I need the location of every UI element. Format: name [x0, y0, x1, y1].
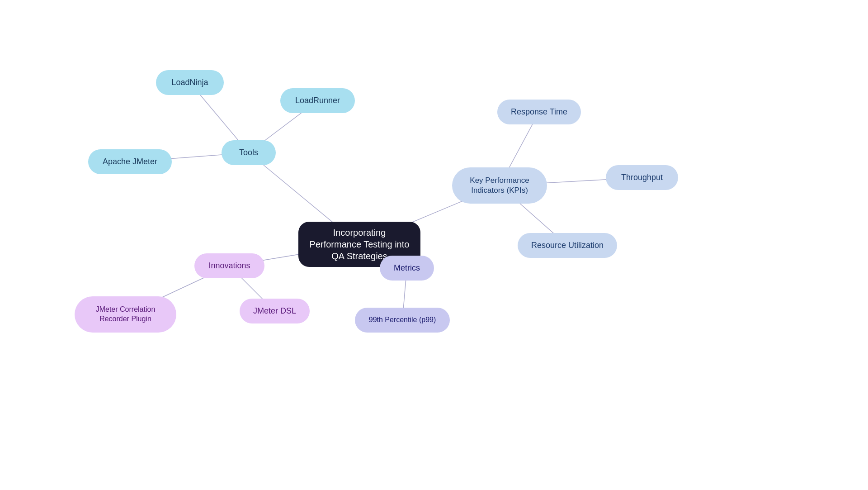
kpis-node[interactable]: Key Performance Indicators (KPIs) — [452, 167, 547, 204]
resourceutil-node[interactable]: Resource Utilization — [518, 233, 617, 258]
jmeterdsl-node[interactable]: JMeter DSL — [240, 299, 310, 323]
innovations-node[interactable]: Innovations — [194, 253, 264, 278]
loadninja-node[interactable]: LoadNinja — [156, 70, 224, 95]
loadrunner-node[interactable]: LoadRunner — [280, 88, 355, 113]
throughput-node[interactable]: Throughput — [606, 165, 678, 190]
apachejmeter-node[interactable]: Apache JMeter — [88, 149, 172, 174]
p99-node[interactable]: 99th Percentile (p99) — [355, 308, 450, 333]
tools-node[interactable]: Tools — [222, 140, 276, 165]
jmetercorr-node[interactable]: JMeter Correlation Recorder Plugin — [75, 296, 176, 333]
responsetime-node[interactable]: Response Time — [497, 100, 581, 124]
metrics-node[interactable]: Metrics — [380, 256, 434, 281]
